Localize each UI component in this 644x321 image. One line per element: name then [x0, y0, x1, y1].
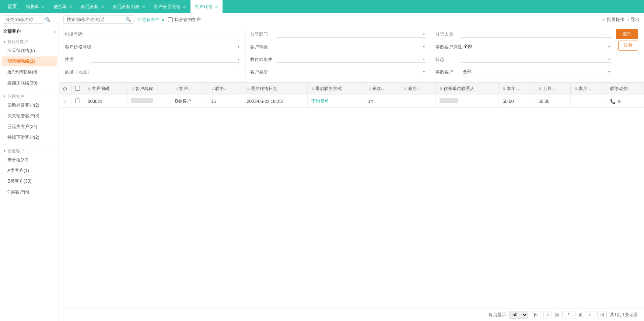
my-customers-checkbox[interactable] — [168, 17, 173, 22]
search-icon[interactable]: 🔍 — [126, 17, 131, 22]
sidebar-item-churn-warning[interactable]: 流失预警客户(3) — [1, 111, 57, 121]
nav-sales[interactable]: 销售单 ✕ — [21, 0, 49, 13]
export-btn[interactable]: ↑ 导出 — [627, 17, 640, 23]
nav-purchase[interactable]: 进货单 ✕ — [49, 0, 77, 13]
sidebar-item-tomorrow[interactable]: 明天待联络(1) — [1, 56, 57, 66]
filter-customer-level-select[interactable]: ▾ — [276, 44, 426, 50]
close-icon[interactable]: ✕ — [183, 4, 186, 9]
query-button[interactable]: 查询 — [616, 29, 638, 39]
filter-cell-customer-type: 客户类型 ▾ — [250, 69, 426, 75]
table-footer: 每页显示 50 100 200 |< < 第 页 > >| 共1页 1条记录 — [59, 308, 644, 321]
filter-btn[interactable]: ▽ 更多条件 ▲ — [137, 17, 165, 23]
sidebar-group-problem: 问题客户 — [0, 92, 59, 100]
row-this-year: 50.00 — [499, 95, 535, 108]
filter-panel: 电话号码 分管部门 ▾ 分管人员 — [59, 26, 644, 83]
close-icon[interactable]: ✕ — [69, 4, 72, 9]
main-layout: 🔍 全部客户 « 待联络客户 今天待联络(0) 明天待联络(1) 近7天待联络(… — [0, 13, 644, 321]
batch-icon: ☑ — [602, 17, 606, 22]
close-icon[interactable]: ✕ — [142, 4, 145, 9]
sidebar-item-class-a[interactable]: A类客户(1) — [1, 166, 57, 176]
nav-customer-stratify[interactable]: 客户分层经营 ✕ — [150, 0, 190, 13]
row-uncontacted: 14 — [364, 95, 400, 108]
sidebar-item-unclassified[interactable]: 未分组(32) — [1, 155, 57, 165]
th-customer-code[interactable]: 客户编码 — [84, 83, 127, 95]
filter-dept-select[interactable]: ▾ — [276, 31, 426, 38]
filter-retail-select[interactable]: 全部 ▾ — [461, 68, 612, 76]
sidebar-group-pending: 待联络客户 — [0, 37, 59, 45]
filter-nature-select[interactable]: ▾ — [91, 56, 241, 63]
batch-action-btn[interactable]: ☑ 批量操作 — [602, 17, 624, 23]
th-this-year[interactable]: 本年... — [499, 83, 535, 95]
sidebar-item-churned[interactable]: 已流失客户(24) — [1, 122, 57, 132]
export-icon: ↑ — [627, 17, 630, 22]
ellipsis-icon: ··· — [607, 32, 610, 36]
close-icon[interactable]: ✕ — [41, 4, 45, 9]
chevron-down-icon: ▾ — [423, 45, 425, 49]
th-overdue[interactable]: 逾期... — [400, 83, 436, 95]
filter-status-select[interactable]: ▾ — [461, 56, 612, 63]
filter-region-select[interactable]: ··· — [91, 69, 241, 75]
th-unit-contact[interactable]: 往来单位联系人 — [436, 83, 499, 95]
filter-manager-select[interactable]: ··· — [461, 31, 612, 38]
th-customer-name[interactable]: 客户名称 — [127, 83, 171, 95]
select-all-checkbox[interactable] — [75, 86, 80, 91]
sidebar-all-customers[interactable]: 全部客户 « — [0, 26, 59, 37]
sidebar-item-class-c[interactable]: C类客户(6) — [1, 187, 57, 197]
row-checkbox[interactable] — [75, 99, 80, 103]
prev-page-btn[interactable]: < — [543, 311, 552, 318]
th-last-month[interactable]: 上月... — [535, 83, 570, 95]
chevron-down-icon: ▾ — [608, 45, 610, 49]
filter-cell-region: 区域（地区） ··· — [65, 69, 241, 75]
row-this-month — [570, 95, 606, 108]
sidebar-search-input[interactable] — [3, 15, 43, 24]
sidebar-item-overdue[interactable]: 逾期未联络(30) — [1, 78, 57, 88]
th-last-contact-date[interactable]: 最后联络日期 — [243, 83, 308, 95]
my-customers-checkbox-group[interactable]: 我分管的客户 — [168, 17, 201, 23]
nav-customer-contact[interactable]: 客户联络 ✕ — [190, 0, 223, 13]
total-label: 共1页 1条记录 — [610, 312, 638, 318]
th-uncontacted[interactable]: 未联... — [364, 83, 400, 95]
page-input[interactable] — [562, 311, 575, 318]
filter-phone-input[interactable] — [91, 31, 241, 38]
filter-retail-attr-select[interactable]: 全部 ▾ — [462, 42, 612, 51]
data-table-container: ⚙ 客户编码 客户名称 客户... 联络... 最后联络日期 最后联络方式 未联… — [59, 83, 644, 308]
table-header-row: ⚙ 客户编码 客户名称 客户... 联络... 最后联络日期 最后联络方式 未联… — [59, 83, 644, 95]
next-page-btn[interactable]: > — [586, 311, 594, 318]
per-page-select[interactable]: 50 100 200 — [509, 311, 528, 319]
filter-row-1: 电话号码 分管部门 ▾ 分管人员 — [65, 29, 612, 39]
filter-customer-type-select[interactable]: ▾ — [276, 69, 426, 75]
sidebar-group-value: 价值客户 — [0, 146, 59, 155]
top-navigation: 首页 销售单 ✕ 进货单 ✕ 商品分析 ✕ 商品分析列表 ✕ 客户分层经营 ✕ … — [0, 0, 644, 13]
last-page-btn[interactable]: >| — [597, 311, 607, 318]
gear-icon[interactable]: ⚙ — [63, 86, 67, 92]
sidebar-item-repurchase-abnormal[interactable]: 回购异常客户(2) — [1, 100, 57, 110]
sidebar-item-today[interactable]: 今天待联络(0) — [1, 46, 57, 56]
phone-icon[interactable]: 📞 — [610, 99, 616, 104]
first-page-btn[interactable]: |< — [531, 311, 540, 318]
sidebar-item-class-b[interactable]: B类客户(33) — [1, 176, 57, 186]
setting-button[interactable]: 设置 — [618, 41, 638, 51]
sidebar: 🔍 全部客户 « 待联络客户 今天待联络(0) 明天待联络(1) 近7天待联络(… — [0, 13, 59, 321]
sidebar-item-7days[interactable]: 近7天待联络(0) — [1, 67, 57, 77]
nav-product-analysis-list[interactable]: 商品分析列表 ✕ — [109, 0, 150, 13]
filter-price-level-select[interactable]: ▾ — [91, 44, 241, 50]
sidebar-item-declining[interactable]: 持续下滑客户(2) — [1, 132, 57, 142]
search-icon[interactable]: 🔍 — [45, 17, 50, 22]
close-icon[interactable]: ✕ — [101, 4, 104, 9]
chevron-down-icon: ▾ — [608, 57, 610, 61]
th-contact-count[interactable]: 联络... — [207, 83, 243, 95]
th-last-contact-method[interactable]: 最后联络方式 — [308, 83, 364, 95]
grid-icon[interactable]: ⊞ — [618, 99, 622, 104]
th-this-month[interactable]: 本月... — [570, 83, 606, 95]
close-icon[interactable]: ✕ — [215, 4, 218, 9]
th-customer-type[interactable]: 客户... — [171, 83, 207, 95]
row-customer-type: B类客户 — [171, 95, 207, 108]
filter-cell-nature: 性质 ▾ — [65, 56, 241, 63]
nav-home[interactable]: 首页 — [3, 0, 21, 13]
nav-product-analysis[interactable]: 商品分析 ✕ — [77, 0, 109, 13]
sidebar-search-container: 🔍 — [0, 13, 59, 26]
filter-payment-select[interactable]: ▾ — [276, 56, 426, 63]
main-search-input[interactable] — [67, 17, 126, 22]
customer-table: ⚙ 客户编码 客户名称 客户... 联络... 最后联络日期 最后联络方式 未联… — [59, 83, 644, 108]
contact-method-link[interactable]: 下销货单 — [311, 99, 329, 104]
